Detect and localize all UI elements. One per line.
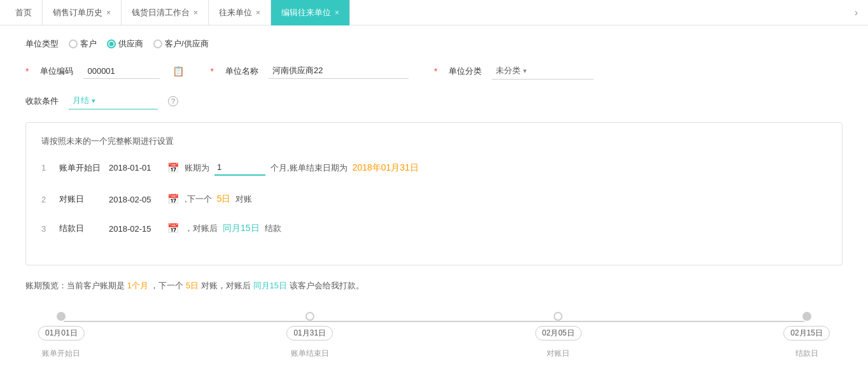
timeline-point-3: 02月15日 结款日 <box>783 312 830 359</box>
setting-row-1: 1 账单开始日 2018-01-01 📅 账期为 个月,账单结束日期为 2018… <box>41 160 827 176</box>
point-label-2: 02月05日 <box>535 326 582 341</box>
panel-title: 请按照未来的一个完整帐期进行设置 <box>41 136 827 147</box>
radio-circle-customer-supplier <box>153 39 162 48</box>
preview-middle2: 对账，对账后 <box>201 281 251 290</box>
point-dot-0 <box>57 312 66 321</box>
period-suffix: 个月,账单结束日期为 <box>270 162 347 174</box>
calendar-icon-2[interactable]: 📅 <box>167 194 179 205</box>
preview-part1: 1个月 <box>127 281 148 290</box>
required-star-code: * <box>25 66 29 76</box>
row-label-3: 结款日 <box>59 223 104 234</box>
unit-name-label: 单位名称 <box>225 66 258 77</box>
unit-code-input[interactable] <box>83 64 160 79</box>
recon-prefix: ,下一个 <box>185 194 212 205</box>
date-value-3: 2018-02-15 <box>109 224 160 234</box>
tab-cash-workbench[interactable]: 钱货日清工作台 × <box>122 0 209 25</box>
radio-customer-supplier[interactable]: 客户/供应商 <box>153 38 209 50</box>
tab-edit-partner[interactable]: 编辑往来单位 × <box>271 0 350 25</box>
row-num-3: 3 <box>41 224 54 234</box>
unit-name-input[interactable] <box>269 64 409 79</box>
date-value-2: 2018-02-05 <box>109 195 160 204</box>
preview-section: 账期预览：当前客户账期是 1个月 ，下一个 5日 对账，对账后 同月15日 该客… <box>25 278 843 293</box>
row-label-1: 账单开始日 <box>59 162 104 174</box>
settings-panel: 请按照未来的一个完整帐期进行设置 1 账单开始日 2018-01-01 📅 账期… <box>25 122 843 265</box>
payment-condition-row: 收款条件 月结 ▾ ? <box>25 92 843 109</box>
timeline-point-1: 01月31日 账单结束日 <box>286 312 333 359</box>
unit-category-label: 单位分类 <box>449 66 482 77</box>
main-content: 单位类型 客户 供应商 客户/供应商 * 单位编码 📋 * 单位名称 * 单位分… <box>0 25 868 387</box>
preview-part2: 5日 <box>186 281 199 290</box>
timeline-points: 01月01日 账单开始日 01月31日 账单结束日 02月05日 对账日 02月… <box>38 312 830 359</box>
preview-label: 账期预览：当前客户账期是 <box>25 281 125 290</box>
payment-condition-arrow-icon: ▾ <box>92 97 95 105</box>
point-label-0: 01月01日 <box>38 326 85 341</box>
point-desc-0: 账单开始日 <box>42 348 80 359</box>
row-num-2: 2 <box>41 195 54 204</box>
radio-customer[interactable]: 客户 <box>69 38 97 50</box>
radio-supplier[interactable]: 供应商 <box>107 38 143 50</box>
preview-middle1: ，下一个 <box>150 281 183 290</box>
close-tab-edit-partner[interactable]: × <box>335 8 339 17</box>
unit-category-value: 未分类 <box>496 65 521 76</box>
timeline-point-0: 01月01日 账单开始日 <box>38 312 85 359</box>
tab-partners[interactable]: 往来单位 × <box>209 0 271 25</box>
close-tab-partners[interactable]: × <box>256 8 260 17</box>
point-desc-2: 对账日 <box>547 348 570 359</box>
timeline-point-2: 02月05日 对账日 <box>535 312 582 359</box>
recon-highlight: 5日 <box>217 194 231 205</box>
settle-prefix: ，对账后 <box>185 223 218 234</box>
setting-row-3: 3 结款日 2018-02-15 📅 ，对账后 同月15日 结款 <box>41 223 827 234</box>
radio-circle-customer <box>69 39 78 48</box>
unit-info-row: * 单位编码 📋 * 单位名称 * 单位分类 未分类 ▾ <box>25 62 843 80</box>
unit-type-radio-group: 客户 供应商 客户/供应商 <box>69 38 209 50</box>
tabs-bar: 首页 销售订单历史 × 钱货日清工作台 × 往来单位 × 编辑往来单位 × › <box>0 0 868 25</box>
row-num-1: 1 <box>41 163 54 172</box>
setting-row-2: 2 对账日 2018-02-05 📅 ,下一个 5日 对账 <box>41 194 827 205</box>
radio-circle-supplier <box>107 39 116 48</box>
recon-suffix: 对账 <box>235 194 252 205</box>
calendar-icon-1[interactable]: 📅 <box>167 162 179 174</box>
tabs-chevron[interactable]: › <box>850 7 863 18</box>
tab-home[interactable]: 首页 <box>5 0 43 25</box>
required-star-cat: * <box>434 66 437 76</box>
point-dot-3 <box>802 312 811 321</box>
close-tab-sales-history[interactable]: × <box>106 8 111 17</box>
close-tab-cash-workbench[interactable]: × <box>193 8 198 17</box>
point-dot-1 <box>305 312 314 321</box>
preview-end: 该客户会给我打款。 <box>290 281 364 290</box>
required-star-name: * <box>210 66 213 76</box>
unit-type-row: 单位类型 客户 供应商 客户/供应商 <box>25 38 843 50</box>
payment-condition-select[interactable]: 月结 ▾ <box>69 92 158 109</box>
unit-code-label: 单位编码 <box>40 66 73 77</box>
point-dot-2 <box>554 312 563 321</box>
point-desc-1: 账单结束日 <box>291 348 329 359</box>
point-label-1: 01月31日 <box>286 326 333 341</box>
timeline: 01月01日 账单开始日 01月31日 账单结束日 02月05日 对账日 02月… <box>25 306 843 365</box>
payment-condition-label: 收款条件 <box>25 95 59 107</box>
payment-condition-value: 月结 <box>73 95 89 106</box>
period-prefix: 账期为 <box>185 162 209 174</box>
calendar-icon-3[interactable]: 📅 <box>167 223 179 234</box>
settle-highlight: 同月15日 <box>223 223 260 234</box>
unit-category-select[interactable]: 未分类 ▾ <box>492 62 594 80</box>
period-input[interactable] <box>214 160 265 176</box>
period-end-date: 2018年01月31日 <box>353 162 419 174</box>
tab-sales-history[interactable]: 销售订单历史 × <box>43 0 122 25</box>
settle-suffix: 结款 <box>265 223 281 234</box>
row-label-2: 对账日 <box>59 194 104 205</box>
point-desc-3: 结款日 <box>795 348 818 359</box>
unit-category-arrow-icon: ▾ <box>523 67 527 75</box>
preview-part3: 同月15日 <box>253 281 287 290</box>
help-icon[interactable]: ? <box>168 96 178 106</box>
date-value-1: 2018-01-01 <box>109 163 160 172</box>
point-label-3: 02月15日 <box>783 326 830 341</box>
unit-type-label: 单位类型 <box>25 38 59 50</box>
unit-code-icon[interactable]: 📋 <box>172 66 185 77</box>
